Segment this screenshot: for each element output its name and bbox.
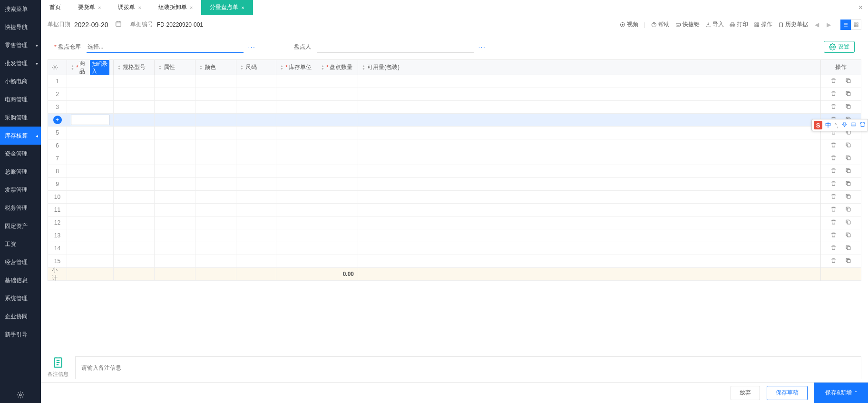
table-row[interactable]: 11 [48, 204, 820, 216]
delete-icon[interactable] [830, 193, 837, 201]
sidebar-item-3[interactable]: 批发管理▾ [0, 54, 41, 72]
table-row[interactable]: 5 [48, 127, 820, 139]
col-spec[interactable]: ▲▼规格型号 [114, 60, 155, 75]
delete-icon[interactable] [830, 78, 837, 85]
copy-icon[interactable] [845, 78, 851, 85]
table-row[interactable]: 1 [48, 75, 820, 88]
sort-icon[interactable]: ▲▼ [362, 65, 365, 70]
sort-icon[interactable]: ▲▼ [117, 65, 121, 70]
table-row[interactable]: 15 [48, 255, 820, 268]
col-unit[interactable]: ▲▼*库存单位 [276, 60, 317, 75]
sidebar-item-0[interactable]: 搜索菜单 [0, 0, 41, 18]
shortcut-action[interactable]: 快捷键 [675, 20, 700, 29]
sidebar-item-2[interactable]: 零售管理▾ [0, 36, 41, 54]
table-row[interactable]: 2 [48, 88, 820, 101]
date-value[interactable]: 2022-09-20 [74, 21, 108, 29]
ime-lang[interactable]: 中 [825, 121, 831, 129]
sort-icon[interactable]: ▲▼ [240, 65, 244, 70]
copy-icon[interactable] [845, 103, 851, 111]
table-row[interactable]: 10 [48, 191, 820, 204]
close-icon[interactable]: × [98, 5, 101, 10]
delete-icon[interactable] [830, 103, 837, 111]
col-product[interactable]: ▲▼*商品扫码录入 [67, 60, 114, 75]
delete-icon[interactable] [830, 232, 837, 239]
delete-icon[interactable] [830, 90, 837, 98]
remark-input[interactable] [75, 356, 861, 379]
sidebar-item-9[interactable]: 总账管理 [0, 163, 41, 181]
copy-icon[interactable] [845, 155, 851, 162]
sidebar-item-4[interactable]: 小畅电商 [0, 72, 41, 90]
table-row[interactable]: 14 [48, 242, 820, 255]
import-action[interactable]: 导入 [705, 20, 724, 29]
person-input[interactable] [317, 41, 474, 53]
delete-icon[interactable] [830, 257, 837, 265]
sort-icon[interactable]: ▲▼ [71, 65, 74, 70]
save-new-button[interactable]: 保存&新增˄ [814, 383, 868, 403]
sidebar-item-5[interactable]: 电商管理 [0, 90, 41, 108]
prev-doc-icon[interactable]: ◀ [814, 21, 820, 28]
sidebar-item-7[interactable]: 库存核算◂ [0, 127, 41, 145]
table-row[interactable]: 6 [48, 139, 820, 152]
col-attr[interactable]: ▲▼属性 [155, 60, 195, 75]
sidebar-item-12[interactable]: 固定资产 [0, 217, 41, 235]
col-qty[interactable]: ▲▼*盘点数量 [317, 60, 358, 75]
sidebar-item-10[interactable]: 发票管理 [0, 181, 41, 199]
ime-mic-icon[interactable] [841, 121, 848, 129]
sidebar-item-1[interactable]: 快捷导航 [0, 18, 41, 36]
ime-skin-icon[interactable] [859, 121, 866, 129]
sidebar-item-6[interactable]: 采购管理 [0, 108, 41, 127]
sidebar-item-17[interactable]: 企业协同 [0, 307, 41, 325]
table-row[interactable]: 8 [48, 165, 820, 178]
table-row[interactable]: 9 [48, 178, 820, 191]
card-view-icon[interactable] [851, 20, 861, 30]
copy-icon[interactable] [845, 219, 851, 226]
tab-4[interactable]: 分量盘点单× [201, 0, 253, 15]
copy-icon[interactable] [845, 232, 851, 239]
delete-icon[interactable] [830, 245, 837, 252]
calendar-icon[interactable] [115, 20, 122, 29]
ime-keyboard-icon[interactable] [850, 121, 857, 129]
delete-icon[interactable] [830, 206, 837, 214]
copy-icon[interactable] [845, 245, 851, 252]
sort-icon[interactable]: ▲▼ [280, 65, 283, 70]
sort-icon[interactable]: ▲▼ [199, 65, 203, 70]
ime-toolbar[interactable]: S 中 °, [811, 119, 868, 131]
table-row[interactable]: 3 [48, 101, 820, 114]
save-draft-button[interactable]: 保存草稿 [767, 386, 808, 400]
copy-icon[interactable] [845, 167, 851, 175]
table-row[interactable]: 13 [48, 229, 820, 242]
table-row[interactable]: 7 [48, 152, 820, 165]
sidebar-item-8[interactable]: 资金管理 [0, 145, 41, 163]
product-input[interactable] [71, 115, 109, 125]
tab-2[interactable]: 调拨单× [109, 0, 149, 15]
tab-1[interactable]: 要货单× [69, 0, 109, 15]
video-action[interactable]: 视频 [620, 20, 638, 29]
copy-icon[interactable] [845, 180, 851, 188]
copy-icon[interactable] [845, 257, 851, 265]
col-color[interactable]: ▲▼颜色 [195, 60, 236, 75]
delete-icon[interactable] [830, 142, 837, 149]
config-icon[interactable] [48, 60, 67, 75]
sidebar-item-18[interactable]: 新手引导 [0, 325, 41, 344]
delete-icon[interactable] [830, 155, 837, 162]
next-doc-icon[interactable]: ▶ [826, 21, 832, 28]
scan-badge[interactable]: 扫码录入 [90, 60, 109, 75]
discard-button[interactable]: 放弃 [731, 386, 760, 400]
close-icon[interactable]: × [190, 5, 193, 10]
warehouse-more-icon[interactable]: ··· [248, 44, 256, 50]
copy-icon[interactable] [845, 193, 851, 201]
settings-button[interactable]: 设置 [824, 41, 855, 53]
print-action[interactable]: 打印 [730, 20, 748, 29]
person-more-icon[interactable]: ··· [478, 44, 486, 50]
tab-3[interactable]: 组装拆卸单× [150, 0, 201, 15]
sort-icon[interactable]: ▲▼ [321, 65, 324, 70]
delete-icon[interactable] [830, 167, 837, 175]
history-action[interactable]: 历史单据 [778, 20, 808, 29]
sidebar-item-14[interactable]: 经营管理 [0, 253, 41, 271]
delete-icon[interactable] [830, 180, 837, 188]
table-row[interactable]: + [48, 114, 820, 127]
sidebar-item-16[interactable]: 系统管理 [0, 289, 41, 307]
delete-icon[interactable] [830, 219, 837, 226]
close-icon[interactable]: × [138, 5, 141, 10]
table-row[interactable]: 12 [48, 216, 820, 229]
